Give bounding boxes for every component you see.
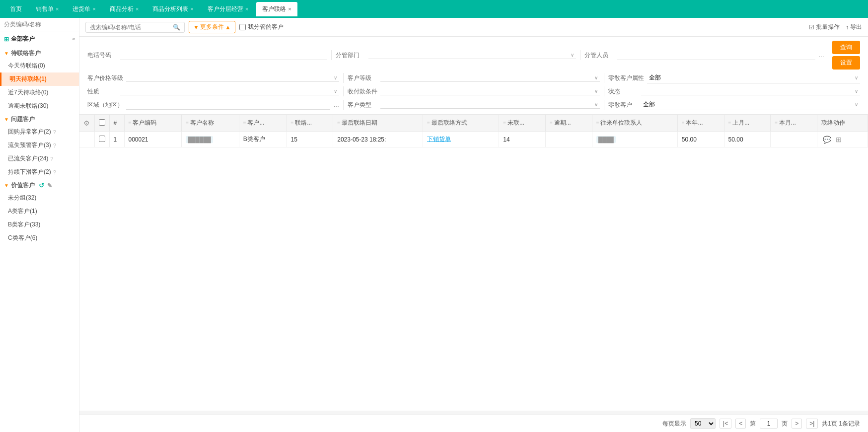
filter-dept-select[interactable]: ∨ [368, 51, 576, 59]
row-this-month [771, 132, 817, 147]
region-dots-icon[interactable]: … [333, 101, 339, 108]
col-unit-contact[interactable]: 往来单位联系人 [592, 115, 677, 132]
filter-person-label: 分管人员 [584, 51, 614, 60]
filter-dept-label: 分管部门 [336, 51, 365, 60]
nav-sales[interactable]: 销售单 × [30, 2, 65, 16]
first-page-btn[interactable]: |< [720, 419, 731, 429]
next-page-btn[interactable]: > [792, 419, 802, 429]
nav-analysis-close[interactable]: × [136, 6, 139, 12]
row-last-method[interactable]: 下销货单 [423, 132, 499, 147]
filter-customer-type: 客户类型 ∨ [348, 101, 599, 109]
filter-price-level-select[interactable]: ∨ [126, 74, 339, 82]
col-last-month[interactable]: 上月... [724, 115, 771, 132]
total-label: 共1页 1条记录 [822, 420, 860, 428]
dept-arrow-icon: ∨ [571, 52, 574, 58]
nav-customer-layer[interactable]: 客户分层经营 × [202, 2, 254, 16]
filter-person-input[interactable] [617, 51, 815, 60]
row-name: ██████ [182, 132, 239, 147]
filter-dept: 分管部门 ∨ [336, 51, 576, 60]
action-comment-icon[interactable]: 💬 [823, 136, 831, 144]
filter-status-select[interactable]: ∨ [641, 87, 860, 95]
row-gear [79, 132, 94, 147]
col-last-date[interactable]: 最后联络日期 [333, 115, 423, 132]
sidebar-item-b-class[interactable]: B类客户(33) [0, 218, 79, 231]
filter-customer-type-label: 客户类型 [348, 101, 377, 109]
sidebar-item-overdue[interactable]: 逾期未联络(30) [0, 99, 79, 113]
nav-analysis-list[interactable]: 商品分析列表 × [146, 2, 199, 16]
filter-search-icon[interactable]: 🔍 [173, 24, 180, 31]
filter-customer-level-select[interactable]: ∨ [380, 74, 599, 82]
filter-search-box[interactable]: 🔍 [85, 22, 185, 33]
filter-customer-type-select[interactable]: ∨ [380, 101, 599, 109]
gear-icon[interactable]: ⚙ [83, 119, 90, 127]
filter-more-btn[interactable]: ▼ 更多条件 ▲ [189, 21, 235, 33]
col-type[interactable]: 客户... [239, 115, 287, 132]
sidebar-item-churn-warning[interactable]: 流失预警客户(3) ? [0, 139, 79, 152]
sidebar-item-tomorrow[interactable]: 明天待联络(1) [0, 72, 79, 86]
select-all-checkbox[interactable] [99, 119, 105, 126]
sidebar-group-value[interactable]: ▼ 价值客户 ↺ ✎ [0, 179, 79, 191]
col-contact[interactable]: 联络... [287, 115, 333, 132]
row-checkbox[interactable] [99, 136, 105, 142]
filter-row-4: 区域（地区） … 客户类型 ∨ 零散客户 全部 [87, 99, 860, 110]
page-size-select[interactable]: 50 100 200 [690, 418, 716, 429]
row-last-month: 50.00 [724, 132, 771, 147]
filter-payment-select[interactable]: ∨ [380, 87, 599, 95]
filter-retail-attr-select[interactable]: 全部 ∨ [647, 72, 860, 83]
nav-purchase-close[interactable]: × [92, 6, 95, 12]
page-input[interactable] [760, 419, 778, 429]
sidebar-group-problem[interactable]: ▼ 问题客户 [0, 113, 79, 125]
sidebar-all-customers[interactable]: ⊞ 全部客户 « [0, 31, 79, 47]
set-button[interactable]: 设置 [832, 56, 860, 70]
prev-page-btn[interactable]: < [735, 419, 746, 429]
sidebar-item-7days[interactable]: 近7天待联络(0) [0, 86, 79, 99]
col-name[interactable]: 客户名称 [182, 115, 239, 132]
edit-icon[interactable]: ✎ [47, 182, 52, 189]
last-page-btn[interactable]: >| [806, 419, 818, 429]
sidebar-search-input[interactable] [4, 21, 78, 28]
refresh-icon[interactable]: ↺ [39, 182, 44, 189]
col-last-method[interactable]: 最后联络方式 [423, 115, 499, 132]
my-customers-checkbox-label[interactable]: 我分管的客户 [239, 23, 284, 31]
sidebar-item-repurchase[interactable]: 回购异常客户(2) ? [0, 125, 79, 139]
filter-retail-customer-select[interactable]: 全部 ∨ [641, 99, 860, 110]
page-suffix: 页 [782, 420, 788, 428]
sidebar-item-churned[interactable]: 已流失客户(24) ? [0, 152, 79, 165]
row-no: 1 [109, 132, 124, 147]
sidebar-item-a-class[interactable]: A类客户(1) [0, 205, 79, 218]
sidebar-collapse-icon[interactable]: « [72, 36, 75, 42]
col-not-contacted[interactable]: 未联... [499, 115, 546, 132]
sidebar-item-declining[interactable]: 持续下滑客户(2) ? [0, 165, 79, 179]
person-dots-icon[interactable]: … [818, 52, 824, 59]
row-check [94, 132, 109, 147]
sidebar-item-today[interactable]: 今天待联络(0) [0, 59, 79, 72]
query-button[interactable]: 查询 [832, 41, 860, 54]
sidebar-item-ungrouped[interactable]: 未分组(32) [0, 191, 79, 205]
nav-customer-contact[interactable]: 客户联络 × [256, 2, 297, 16]
nav-purchase[interactable]: 进货单 × [67, 2, 101, 16]
nav-analysis[interactable]: 商品分析 × [104, 2, 145, 16]
export-btn[interactable]: ↑ 导出 [846, 23, 862, 31]
nav-customer-layer-close[interactable]: × [245, 6, 248, 12]
col-this-year[interactable]: 本年... [677, 115, 724, 132]
triangle-icon: ▼ [4, 51, 9, 56]
action-grid-icon[interactable]: ⊞ [836, 136, 842, 144]
sidebar-item-c-class[interactable]: C类客户(6) [0, 231, 79, 245]
col-overdue[interactable]: 逾期... [546, 115, 592, 132]
my-customers-checkbox[interactable] [239, 24, 246, 30]
filter-search-input[interactable] [90, 24, 171, 31]
filter-phone-input[interactable] [120, 51, 327, 60]
filter-region-input[interactable] [126, 100, 330, 110]
col-this-month[interactable]: 本月... [771, 115, 817, 132]
price-level-arrow: ∨ [334, 75, 337, 80]
batch-ops-btn[interactable]: ☑ 批量操作 [809, 23, 840, 31]
filter-nature-label: 性质 [87, 87, 117, 96]
sidebar-group-pending[interactable]: ▼ 待联络客户 [0, 47, 79, 59]
filter-nature-select[interactable]: ∨ [120, 87, 339, 95]
nav-home[interactable]: 首页 [4, 2, 28, 16]
nav-customer-contact-close[interactable]: × [288, 6, 291, 12]
nav-sales-close[interactable]: × [56, 6, 59, 12]
col-code[interactable]: 客户编码 [124, 115, 182, 132]
hint-icon-2: ? [53, 143, 56, 148]
nav-analysis-list-close[interactable]: × [190, 6, 193, 12]
